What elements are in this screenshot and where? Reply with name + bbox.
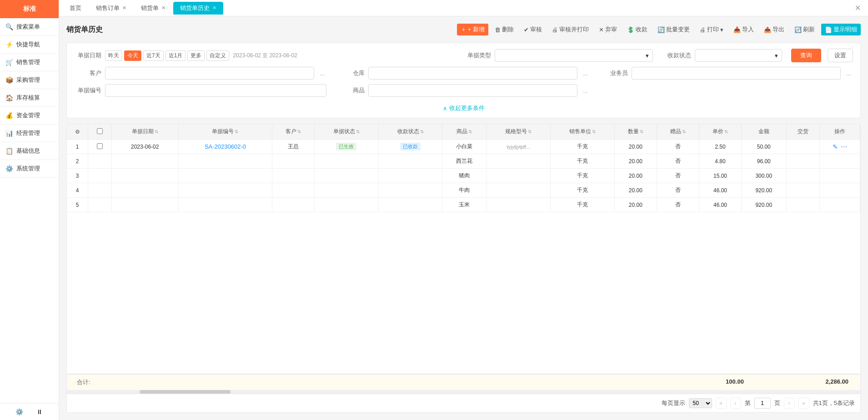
filter-row-2: 客户 ... 仓库 ... 业务员 ... [74,67,853,80]
tabs-close-all[interactable]: ✕ [851,4,864,12]
last-page-btn[interactable]: » [798,398,809,409]
sidebar-item-quick-nav[interactable]: ⚡ 快捷导航 [0,36,59,54]
settings-button[interactable]: 设置 [828,49,853,62]
collect-button[interactable]: 💲 收款 [623,24,651,35]
tab-sales-order-close[interactable]: ✕ [122,5,126,11]
delete-button[interactable]: 🗑 删除 [491,24,517,35]
sidebar-bottom: ⚙️ ⏸ [0,403,59,420]
tab-sales-history-label: 销货单历史 [180,4,210,12]
scrollbar-thumb[interactable] [140,390,231,394]
page-size-select[interactable]: 50 100 200 [689,398,712,408]
first-page-btn[interactable]: « [716,398,727,409]
cell-action [819,154,860,169]
customer-input[interactable] [105,67,314,80]
cell-spec [487,154,551,169]
cell-action: ✎⋯ [819,140,860,154]
abandon-button[interactable]: ✕ 弃审 [595,24,621,35]
date-btn-more[interactable]: 更多 [187,50,205,61]
export-icon: 📤 [764,26,771,33]
import-button[interactable]: 📥 导入 [730,24,758,35]
warehouse-ellipsis[interactable]: ... [581,70,590,77]
sort-payment-icon: ⇅ [420,129,424,134]
sidebar-item-basic-info[interactable]: 📋 基础信息 [0,142,59,160]
select-all-checkbox[interactable] [97,128,103,134]
table-scrollbar[interactable] [67,390,860,394]
refresh-button[interactable]: 🔃 刷新 [791,24,818,35]
batch-change-button[interactable]: 🔄 批量变更 [654,24,693,35]
date-btn-7days[interactable]: 近7天 [143,50,164,61]
date-btn-today[interactable]: 今天 [124,50,141,61]
collapse-label: 收起更多条件 [449,104,485,112]
salesperson-ellipsis[interactable]: ... [844,70,853,77]
date-btn-1month[interactable]: 近1月 [166,50,186,61]
sidebar-item-system[interactable]: ⚙️ 系统管理 [0,160,59,178]
print-button[interactable]: 🖨 打印 ▾ [696,24,727,35]
sort-goods-icon: ⇅ [468,129,472,134]
cell-action [819,183,860,198]
filter-item-salesperson: 业务员 ... [601,67,853,80]
customer-ellipsis[interactable]: ... [318,70,326,77]
sidebar-item-search-menu[interactable]: 🔍 搜索菜单 [0,18,59,36]
prev-page-btn[interactable]: ‹ [730,398,741,409]
table-container: ⚙ 单据日期⇅ 单据编号⇅ 客户⇅ 单据状态⇅ 收款状态⇅ 商品⇅ 规格型号⇅ … [66,124,861,413]
export-button[interactable]: 📤 导出 [760,24,788,35]
date-btn-yesterday[interactable]: 昨天 [105,50,122,61]
collapse-btn[interactable]: ∧ 收起更多条件 [74,101,853,112]
cell-row-num: 5 [67,198,88,212]
edit-icon[interactable]: ✎ [833,143,838,150]
tab-sales-goods-close[interactable]: ✕ [161,5,166,11]
sidebar-item-inventory[interactable]: 🏠 库存核算 [0,89,59,107]
goods-input[interactable] [368,84,577,97]
salesperson-input[interactable] [632,67,841,80]
filter-item-customer: 客户 ... [74,67,326,80]
purchase-icon: 📦 [5,76,13,84]
sidebar-item-label: 基础信息 [16,147,40,155]
operations-icon: 📊 [5,130,13,137]
tab-sales-goods[interactable]: 销货单 ✕ [134,2,172,15]
show-detail-button[interactable]: 📄 显示明细 [821,24,861,35]
sidebar-item-operations[interactable]: 📊 经营管理 [0,125,59,142]
date-btn-custom[interactable]: 自定义 [206,50,229,61]
cell-unit: 千克 [551,169,615,183]
sidebar-item-label: 资金管理 [16,111,40,120]
row-checkbox[interactable] [97,143,103,149]
sidebar-item-purchase[interactable]: 📦 采购管理 [0,71,59,89]
goods-label: 商品 [337,86,365,95]
sidebar-item-sales[interactable]: 🛒 销售管理 [0,54,59,71]
doc-no-input[interactable] [105,84,326,97]
salesperson-label: 业务员 [601,69,628,77]
page-input[interactable] [754,398,771,409]
tab-sales-history-close[interactable]: ✕ [212,5,216,11]
cell-trade [786,183,819,198]
cell-amount: 920.00 [742,198,786,212]
date-btns: 昨天 今天 近7天 近1月 更多 自定义 [105,50,229,61]
page-label: 第 [745,399,751,407]
tabs-bar: 首页 销售订单 ✕ 销货单 ✕ 销货单历史 ✕ ✕ [59,0,868,16]
tab-sales-history[interactable]: 销货单历史 ✕ [173,2,223,15]
filter-item-doc-no: 单据编号 [74,84,326,97]
col-goods: 商品⇅ [442,124,487,140]
tab-sales-order[interactable]: 销售订单 ✕ [89,2,133,15]
more-icon[interactable]: ⋯ [841,143,847,150]
goods-ellipsis[interactable]: ... [581,87,590,94]
warehouse-input[interactable] [368,67,577,80]
query-button[interactable]: 查询 [791,49,821,62]
tab-home-label: 首页 [70,4,81,12]
next-page-btn[interactable]: › [784,398,795,409]
payment-status-select[interactable]: ▾ [695,49,782,62]
table-scroll-area: ⚙ 单据日期⇅ 单据编号⇅ 客户⇅ 单据状态⇅ 收款状态⇅ 商品⇅ 规格型号⇅ … [67,124,860,374]
audit-icon: ✔ [524,26,529,33]
audit-print-button[interactable]: 🖨 审核并打印 [548,24,592,35]
table-row: 1 2023-06-02 SA-20230602-0 王总 已生效 已收款 小白… [67,140,860,154]
table-footer: 合计: 100.00 2,286.00 [67,374,860,390]
doc-type-select[interactable]: ▾ [495,49,653,62]
sidebar-item-finance[interactable]: 💰 资金管理 [0,107,59,125]
doc-no-link[interactable]: SA-20230602-0 [205,143,246,150]
search-icon: 🔍 [5,23,13,30]
col-settings[interactable]: ⚙ [67,124,88,140]
sidebar-settings-btn[interactable]: ⚙️ ⏸ [0,404,59,420]
new-button[interactable]: ＋ + 新增 [457,24,488,35]
tab-home[interactable]: 首页 [63,2,88,15]
audit-button[interactable]: ✔ 审核 [520,24,546,35]
col-trade: 交货 [786,124,819,140]
